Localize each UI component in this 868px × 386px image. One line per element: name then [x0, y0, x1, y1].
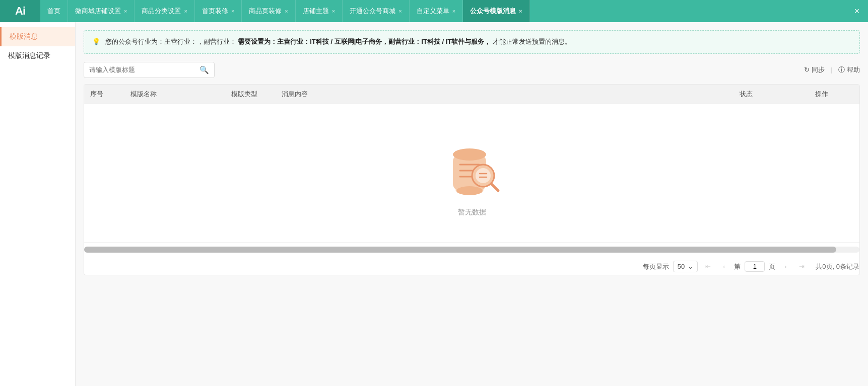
nav-tab-shop-settings[interactable]: 微商城店铺设置 × — [68, 0, 135, 22]
nav-tab-template-msg-label: 公众号模版消息 — [470, 7, 516, 16]
nav-tab-store-theme-label: 店铺主题 — [303, 7, 329, 16]
search-input-wrap: 🔍 — [84, 62, 215, 78]
top-nav: Ai 首页 微商城店铺设置 × 商品分类设置 × 首页装修 × 商品页装修 × … — [0, 0, 868, 22]
table-header-row: 序号 模版名称 模版类型 消息内容 状态 操作 — [84, 85, 859, 104]
scrollbar-thumb[interactable] — [84, 247, 836, 253]
col-status: 状态 — [733, 85, 809, 104]
nav-tab-category-settings[interactable]: 商品分类设置 × — [135, 0, 194, 22]
sync-icon: ↻ — [804, 66, 810, 73]
nav-tab-product-decor[interactable]: 商品页装修 × — [242, 0, 295, 22]
sidebar-item-template-msg-log[interactable]: 模版消息记录 — [0, 46, 75, 65]
sidebar-item-template-msg-log-label: 模版消息记录 — [8, 51, 50, 59]
col-action: 操作 — [809, 85, 859, 104]
svg-point-8 — [476, 168, 491, 183]
nav-tab-shop-settings-close[interactable]: × — [124, 8, 127, 14]
help-icon: ⓘ — [838, 65, 845, 74]
search-input[interactable] — [84, 63, 194, 76]
nav-tab-open-shop-close[interactable]: × — [398, 8, 402, 14]
nav-tab-category-close[interactable]: × — [184, 8, 187, 14]
notice-icon: 💡 — [92, 38, 100, 45]
col-name: 模版名称 — [124, 85, 225, 104]
notice-box: 💡 您的公众号行业为：主营行业：，副营行业： 需要设置为：主营行业：IT科技 /… — [84, 30, 860, 54]
page-size-value: 50 — [678, 263, 685, 270]
nav-tab-shop-settings-label: 微商城店铺设置 — [75, 7, 121, 16]
sync-label: 同步 — [812, 65, 825, 74]
nav-tab-product-decor-label: 商品页装修 — [249, 7, 282, 16]
nav-tab-template-msg-close[interactable]: × — [519, 8, 522, 14]
empty-cell: 暂无数据 — [84, 104, 859, 242]
svg-line-9 — [491, 184, 498, 191]
empty-row: 暂无数据 — [84, 104, 859, 242]
page-size-chevron-icon: ⌄ — [688, 263, 693, 270]
last-page-button[interactable]: ⇥ — [795, 261, 808, 273]
content-area: 💡 您的公众号行业为：主营行业：，副营行业： 需要设置为：主营行业：IT科技 /… — [76, 22, 868, 386]
page-label: 第 — [734, 262, 741, 271]
nav-tab-home-decor-label: 首页装修 — [202, 7, 228, 16]
nav-tab-open-shop-label: 开通公众号商城 — [350, 7, 395, 16]
logo: Ai — [0, 0, 40, 22]
sidebar: 模版消息 模版消息记录 — [0, 22, 76, 386]
nav-tab-custom-menu-label: 自定义菜单 — [417, 7, 449, 16]
nav-tab-product-decor-close[interactable]: × — [285, 8, 288, 14]
data-table: 序号 模版名称 模版类型 消息内容 状态 操作 — [84, 85, 859, 243]
notice-highlight: 需要设置为：主营行业：IT科技 / 互联网|电子商务，副营行业：IT科技 / I… — [238, 38, 491, 45]
col-content: 消息内容 — [276, 85, 733, 104]
horizontal-scrollbar[interactable] — [84, 247, 859, 253]
search-button[interactable]: 🔍 — [194, 62, 214, 78]
empty-illustration — [442, 139, 502, 200]
notice-suffix: 才能正常发送预置的消息。 — [493, 38, 571, 45]
prev-page-button[interactable]: ‹ — [718, 261, 730, 273]
col-seq: 序号 — [84, 85, 124, 104]
nav-tab-category-settings-label: 商品分类设置 — [142, 7, 181, 16]
nav-close-all-button[interactable]: × — [846, 0, 868, 22]
toolbar-right: ↻ 同步 | ⓘ 帮助 — [804, 65, 860, 74]
nav-tab-custom-menu[interactable]: 自定义菜单 × — [410, 0, 463, 22]
nav-tab-home-decor-close[interactable]: × — [231, 8, 234, 14]
nav-tab-store-theme-close[interactable]: × — [332, 8, 335, 14]
page-number-input[interactable] — [745, 261, 765, 272]
notice-prefix: 您的公众号行业为：主营行业：，副营行业： — [105, 38, 236, 45]
sidebar-item-template-msg-label: 模版消息 — [10, 32, 38, 40]
page-suffix: 页 — [769, 262, 775, 271]
total-text: 共0页, 0条记录 — [816, 262, 859, 271]
nav-tab-store-theme[interactable]: 店铺主题 × — [296, 0, 343, 22]
nav-tab-home-label: 首页 — [47, 7, 60, 16]
toolbar-divider: | — [831, 66, 832, 73]
svg-point-3 — [456, 186, 483, 195]
sidebar-item-template-msg[interactable]: 模版消息 — [0, 27, 75, 46]
col-type: 模版类型 — [225, 85, 276, 104]
page-size-label: 每页显示 — [643, 262, 669, 271]
main-layout: 模版消息 模版消息记录 💡 您的公众号行业为：主营行业：，副营行业： 需要设置为… — [0, 22, 868, 386]
nav-tab-custom-menu-close[interactable]: × — [452, 8, 455, 14]
page-size-select[interactable]: 50 ⌄ — [673, 261, 698, 272]
nav-tab-home-decor[interactable]: 首页装修 × — [195, 0, 242, 22]
nav-tab-template-msg[interactable]: 公众号模版消息 × — [463, 0, 529, 22]
svg-point-2 — [453, 148, 486, 161]
logo-text: Ai — [15, 5, 25, 18]
first-page-button[interactable]: ⇤ — [702, 261, 714, 273]
help-button[interactable]: ⓘ 帮助 — [838, 65, 860, 74]
nav-tab-home[interactable]: 首页 — [40, 0, 68, 22]
empty-state: 暂无数据 — [90, 109, 853, 237]
help-label: 帮助 — [847, 65, 860, 74]
empty-text: 暂无数据 — [458, 208, 486, 217]
nav-tab-open-shop[interactable]: 开通公众号商城 × — [343, 0, 409, 22]
sync-button[interactable]: ↻ 同步 — [804, 65, 825, 74]
pagination: 每页显示 50 ⌄ ⇤ ‹ 第 页 › ⇥ 共0页, 0条记录 — [84, 257, 859, 275]
search-bar: 🔍 ↻ 同步 | ⓘ 帮助 — [84, 62, 860, 78]
next-page-button[interactable]: › — [779, 261, 791, 273]
table-wrapper: 序号 模版名称 模版类型 消息内容 状态 操作 — [84, 84, 860, 275]
